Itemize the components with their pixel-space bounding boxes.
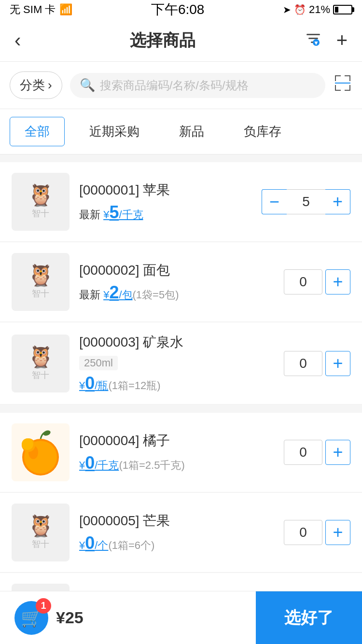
qty-plus-0000001[interactable]: + xyxy=(325,189,350,214)
orange-image xyxy=(14,426,67,479)
placeholder-owl-icon: 🦉 xyxy=(28,184,54,206)
confirm-button[interactable]: 选好了 xyxy=(256,591,362,644)
category-arrow: › xyxy=(48,78,52,93)
tab-negative[interactable]: 负库存 xyxy=(229,117,296,146)
status-bar: 无 SIM 卡 📶 下午6:08 ➤ ⏰ 21% xyxy=(0,0,362,19)
svg-rect-0 xyxy=(306,34,320,35)
product-thumb-0000001: 🦉 智十 xyxy=(12,173,70,231)
battery-percent: 21% xyxy=(309,3,330,16)
qty-plus-0000003[interactable]: + xyxy=(325,351,350,376)
nav-right-actions: ▼ + xyxy=(305,29,348,51)
svg-rect-10 xyxy=(335,85,336,91)
qty-minus-0000001[interactable]: − xyxy=(262,189,287,214)
qty-input-0000002[interactable] xyxy=(284,269,322,294)
alarm-icon: ⏰ xyxy=(294,4,306,15)
qty-plus-0000004[interactable]: + xyxy=(325,440,350,465)
battery-icon xyxy=(333,5,352,14)
wifi-icon: 📶 xyxy=(59,3,72,16)
product-item-0000005: 🦉 智十 [0000005] 芒果 ¥0/个(1箱=6个) + xyxy=(0,493,362,573)
search-placeholder: 搜索商品编码/名称/条码/规格 xyxy=(100,78,249,93)
cart-icon-wrap[interactable]: 🛒 1 xyxy=(14,601,48,635)
tab-new[interactable]: 新品 xyxy=(164,117,219,146)
product-price-0000002: 最新 ¥2/包(1袋=5包) xyxy=(79,282,274,303)
product-info-0000005: [0000005] 芒果 ¥0/个(1箱=6个) xyxy=(79,512,274,553)
category-label: 分类 xyxy=(20,77,45,94)
qty-control-0000002: + xyxy=(284,269,350,294)
product-name-0000004: [0000004] 橘子 xyxy=(79,432,274,450)
search-box[interactable]: 🔍 搜索商品编码/名称/条码/规格 xyxy=(70,73,325,98)
product-price-0000003: ¥0/瓶(1箱=12瓶) xyxy=(79,373,274,393)
tab-all[interactable]: 全部 xyxy=(10,117,65,146)
qty-control-0000003: + xyxy=(284,351,350,376)
location-icon: ➤ xyxy=(283,4,291,15)
nav-bar: ‹ 选择商品 ▼ + xyxy=(0,19,362,62)
product-price-0000005: ¥0/个(1箱=6个) xyxy=(79,533,274,553)
qty-control-0000005: + xyxy=(284,520,350,545)
svg-point-19 xyxy=(42,430,51,437)
svg-rect-12 xyxy=(349,85,350,91)
product-price-0000001: 最新 ¥5/千克 xyxy=(79,202,252,223)
status-time: 下午6:08 xyxy=(151,0,205,19)
placeholder-owl-icon: 🦉 xyxy=(28,265,54,286)
page-title: 选择商品 xyxy=(130,29,195,52)
cart-section: 🛒 1 ¥25 xyxy=(0,601,256,635)
product-info-0000002: [0000002] 面包 最新 ¥2/包(1袋=5包) xyxy=(79,261,274,303)
category-button[interactable]: 分类 › xyxy=(10,71,62,99)
back-button[interactable]: ‹ xyxy=(14,29,21,51)
svg-rect-8 xyxy=(349,75,350,81)
add-button[interactable]: + xyxy=(336,29,348,51)
placeholder-owl-icon: 🦉 xyxy=(28,515,54,536)
scan-icon[interactable] xyxy=(333,73,352,97)
svg-rect-6 xyxy=(335,75,336,81)
svg-text:▼: ▼ xyxy=(313,40,319,46)
product-info-0000001: [0000001] 苹果 最新 ¥5/千克 xyxy=(79,181,252,223)
product-thumb-0000003: 🦉 智十 xyxy=(12,335,70,392)
svg-rect-1 xyxy=(308,38,318,39)
status-carrier: 无 SIM 卡 📶 xyxy=(10,2,72,17)
qty-input-0000004[interactable] xyxy=(284,440,322,465)
product-name-0000001: [0000001] 苹果 xyxy=(79,181,252,199)
cart-total: ¥25 xyxy=(56,608,84,627)
qty-input-0000003[interactable] xyxy=(284,351,322,376)
bottom-bar: 🛒 1 ¥25 选好了 xyxy=(0,591,362,644)
svg-point-18 xyxy=(22,438,33,450)
product-item-0000001: 🦉 智十 [0000001] 苹果 最新 ¥5/千克 − + xyxy=(0,162,362,242)
status-right-section: ➤ ⏰ 21% xyxy=(283,3,352,16)
cart-badge: 1 xyxy=(36,598,51,614)
filter-bar: 分类 › 🔍 搜索商品编码/名称/条码/规格 xyxy=(0,62,362,109)
product-item-0000003: 🦉 智十 [0000003] 矿泉水 250ml ¥0/瓶(1箱=12瓶) + xyxy=(0,322,362,405)
product-info-0000003: [0000003] 矿泉水 250ml ¥0/瓶(1箱=12瓶) xyxy=(79,333,274,393)
product-name-0000002: [0000002] 面包 xyxy=(79,261,274,280)
product-item-0000004: [0000004] 橘子 ¥0/千克(1箱=2.5千克) + xyxy=(0,413,362,492)
qty-plus-0000002[interactable]: + xyxy=(325,269,350,294)
qty-plus-0000005[interactable]: + xyxy=(325,520,350,545)
product-thumb-0000004 xyxy=(12,423,70,481)
product-spec-0000003: 250ml xyxy=(79,356,118,370)
product-list: 🦉 智十 [0000001] 苹果 最新 ¥5/千克 − + 🦉 智十 [000… xyxy=(0,162,362,644)
product-item-0000002: 🦉 智十 [0000002] 面包 最新 ¥2/包(1袋=5包) + xyxy=(0,242,362,322)
product-info-0000004: [0000004] 橘子 ¥0/千克(1箱=2.5千克) xyxy=(79,432,274,473)
carrier-text: 无 SIM 卡 xyxy=(10,2,56,17)
product-name-0000005: [0000005] 芒果 xyxy=(79,512,274,530)
product-price-0000004: ¥0/千克(1箱=2.5千克) xyxy=(79,453,274,473)
qty-input-0000001[interactable] xyxy=(287,189,325,214)
tab-bar: 全部 近期采购 新品 负库存 xyxy=(0,109,362,154)
product-thumb-0000002: 🦉 智十 xyxy=(12,253,70,311)
qty-control-0000001: − + xyxy=(262,189,350,214)
qty-input-0000005[interactable] xyxy=(284,520,322,545)
placeholder-owl-icon: 🦉 xyxy=(28,346,54,367)
tab-recent[interactable]: 近期采购 xyxy=(74,117,154,146)
qty-control-0000004: + xyxy=(284,440,350,465)
svg-rect-13 xyxy=(335,83,350,84)
product-thumb-0000005: 🦉 智十 xyxy=(12,504,70,561)
product-name-0000003: [0000003] 矿泉水 xyxy=(79,333,274,351)
search-icon: 🔍 xyxy=(80,78,95,93)
filter-icon[interactable]: ▼ xyxy=(305,31,322,50)
